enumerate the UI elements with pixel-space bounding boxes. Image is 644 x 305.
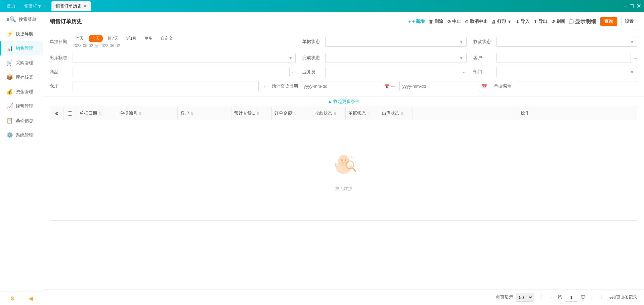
date-btn-1month[interactable]: 近1月 bbox=[123, 35, 140, 42]
customer-dots[interactable]: ··· bbox=[634, 55, 637, 61]
th-order-amount[interactable]: 订单金额 ⇅ bbox=[272, 107, 312, 120]
salesperson-dots[interactable]: ··· bbox=[463, 70, 467, 75]
prev-page-button[interactable]: ‹ bbox=[547, 293, 555, 301]
th-doc-status[interactable]: 单据状态 ⇅ bbox=[346, 107, 379, 120]
query-button[interactable]: 查询 bbox=[600, 17, 617, 26]
date-btn-today[interactable]: 今天 bbox=[89, 35, 103, 42]
main-layout: ≡🔍 搜索菜单 ⚡ 快捷导航 📊 销售管理 🛒 采购管理 📦 库存核算 💰 资金… bbox=[0, 12, 644, 305]
th-customer-sort[interactable]: ⇅ bbox=[190, 112, 193, 115]
sidebar-item-search-menu[interactable]: ≡🔍 搜索菜单 bbox=[0, 12, 43, 27]
maximize-icon[interactable]: □ bbox=[630, 3, 634, 10]
doc-status-select[interactable]: ▼ bbox=[325, 37, 466, 47]
date-btn-custom[interactable]: 自定义 bbox=[158, 35, 176, 42]
export-button[interactable]: ⬆ 导出 bbox=[533, 18, 547, 25]
th-customer[interactable]: 客户 ⇅ bbox=[178, 107, 231, 120]
th-expected-delivery[interactable]: 预计交货... ⇅ bbox=[231, 107, 272, 120]
th-doc-status-sort[interactable]: ⇅ bbox=[367, 112, 370, 115]
sidebar-item-basic-info[interactable]: 📋 基础信息 bbox=[0, 113, 43, 128]
filter-doc-code: 单据编号 bbox=[494, 81, 637, 91]
receipt-status-select[interactable]: ▼ bbox=[496, 37, 637, 47]
sidebar-item-operations[interactable]: 📈 经营管理 bbox=[0, 99, 43, 113]
display-detail-input[interactable] bbox=[569, 20, 573, 24]
th-order-amount-sort[interactable]: ⇅ bbox=[293, 112, 296, 115]
empty-text: 暂无数据 bbox=[335, 186, 352, 192]
th-out-stock-status-sort[interactable]: ⇅ bbox=[401, 112, 403, 115]
collapse-bar[interactable]: ▲ 收起更多条件 bbox=[43, 96, 644, 107]
warehouse-label: 仓库 bbox=[50, 83, 70, 89]
sidebar-item-system[interactable]: ⚙️ 系统管理 bbox=[0, 128, 43, 142]
th-doc-code[interactable]: 单据编号 ⇅ bbox=[117, 107, 178, 120]
warehouse-input[interactable] bbox=[73, 81, 259, 91]
print-button[interactable]: 🖨 打印 ▼ bbox=[491, 18, 512, 25]
date-btn-7days[interactable]: 近7天 bbox=[105, 35, 121, 42]
minimize-icon[interactable]: − bbox=[624, 3, 628, 10]
date-btn-yesterday[interactable]: 昨天 bbox=[73, 35, 87, 42]
tab-sales-order-history-close[interactable]: ✕ bbox=[84, 4, 87, 8]
th-receipt-status-sort[interactable]: ⇅ bbox=[334, 112, 336, 115]
salesperson-label: 业务员 bbox=[302, 69, 323, 75]
th-out-stock-status-label: 出库状态 bbox=[382, 110, 399, 116]
receipt-status-arrow: ▼ bbox=[630, 39, 634, 44]
th-out-stock-status[interactable]: 出库状态 ⇅ bbox=[379, 107, 413, 120]
sidebar-item-purchase-mgmt[interactable]: 🛒 采购管理 bbox=[0, 55, 43, 70]
delivery-date-to[interactable] bbox=[399, 81, 479, 91]
delete-button[interactable]: 🗑 删除 bbox=[429, 18, 443, 25]
date-btn-more[interactable]: 更多 bbox=[141, 35, 156, 42]
tab-list: 首页 销售订单 ✕ 销售订单历史 ✕ bbox=[3, 1, 624, 11]
cancel-stop-button[interactable]: ⊙ 取消中止 bbox=[465, 18, 487, 25]
goods-input[interactable] bbox=[73, 67, 290, 77]
sidebar-item-quick-nav[interactable]: ⚡ 快捷导航 bbox=[0, 27, 43, 41]
settings-button[interactable]: 设置 bbox=[621, 17, 637, 26]
next-page-button[interactable]: › bbox=[588, 293, 596, 301]
table-body: ✦ ✦ 暂无数据 bbox=[50, 120, 637, 221]
current-page-input[interactable] bbox=[565, 293, 578, 302]
th-expected-delivery-label: 预计交货... bbox=[234, 110, 255, 116]
delivery-date-to-icon: 📅 bbox=[482, 84, 487, 89]
sidebar-settings-icon[interactable]: ⚙ bbox=[10, 295, 15, 302]
first-page-button[interactable]: 《 bbox=[536, 293, 544, 301]
tab-home[interactable]: 首页 bbox=[3, 1, 19, 11]
page-size-select[interactable]: 50 10 20 100 bbox=[516, 293, 533, 302]
inventory-icon: 📦 bbox=[6, 74, 13, 80]
empty-illustration: ✦ ✦ bbox=[327, 147, 360, 180]
goods-dots[interactable]: ··· bbox=[292, 70, 296, 75]
sidebar-item-system-label: 系统管理 bbox=[16, 132, 33, 138]
th-doc-date[interactable]: 单据日期 ⇅ bbox=[77, 107, 117, 120]
display-detail-checkbox[interactable]: 显示明细 bbox=[569, 18, 596, 25]
import-button[interactable]: ⬇ 导入 bbox=[516, 18, 529, 25]
last-page-button[interactable]: 》 bbox=[599, 293, 607, 301]
sidebar-collapse-icon[interactable]: ◀ bbox=[29, 295, 33, 302]
close-window-icon[interactable]: ✕ bbox=[636, 2, 641, 10]
filter-expected-delivery: 预计交货日期 📅 — 📅 bbox=[272, 81, 487, 91]
th-doc-code-sort[interactable]: ⇅ bbox=[139, 112, 141, 115]
refresh-button[interactable]: ↺ 刷新 bbox=[551, 18, 565, 25]
tab-sales-order[interactable]: 销售订单 ✕ bbox=[20, 1, 51, 11]
th-expected-delivery-sort[interactable]: ⇅ bbox=[257, 112, 259, 115]
th-receipt-status[interactable]: 收款状态 ⇅ bbox=[312, 107, 346, 120]
doc-code-input[interactable] bbox=[517, 81, 637, 91]
svg-point-2 bbox=[341, 159, 342, 161]
th-doc-status-label: 单据状态 bbox=[348, 110, 366, 116]
sidebar-bottom: ⚙ ◀ bbox=[0, 292, 43, 305]
tab-sales-order-label: 销售订单 bbox=[24, 3, 42, 9]
new-button[interactable]: + + 新增 bbox=[408, 18, 425, 25]
select-all-checkbox[interactable] bbox=[68, 111, 72, 116]
salesperson-input[interactable] bbox=[325, 67, 460, 77]
sidebar-item-inventory[interactable]: 📦 库存核算 bbox=[0, 70, 43, 84]
dept-select[interactable]: ▼ bbox=[496, 67, 637, 77]
completion-select[interactable]: ▼ bbox=[325, 53, 466, 63]
delivery-date-from[interactable] bbox=[301, 81, 380, 91]
out-stock-select[interactable]: ▼ bbox=[73, 53, 296, 63]
customer-input[interactable] bbox=[496, 53, 631, 63]
tab-sales-order-close[interactable]: ✕ bbox=[44, 4, 47, 8]
th-settings[interactable]: ⚙ bbox=[50, 107, 63, 120]
tab-sales-order-history[interactable]: 销售订单历史 ✕ bbox=[51, 1, 91, 11]
th-doc-date-sort[interactable]: ⇅ bbox=[98, 112, 101, 115]
print-dropdown-icon[interactable]: ▼ bbox=[507, 19, 512, 24]
warehouse-dots[interactable]: ··· bbox=[261, 84, 265, 89]
sidebar-item-sales-mgmt[interactable]: 📊 销售管理 bbox=[0, 41, 43, 55]
stop-button[interactable]: ⊘ 中止 bbox=[447, 18, 461, 25]
th-checkbox[interactable] bbox=[63, 107, 77, 120]
goods-label: 商品 bbox=[50, 69, 70, 75]
sidebar-item-finance[interactable]: 💰 资金管理 bbox=[0, 84, 43, 99]
